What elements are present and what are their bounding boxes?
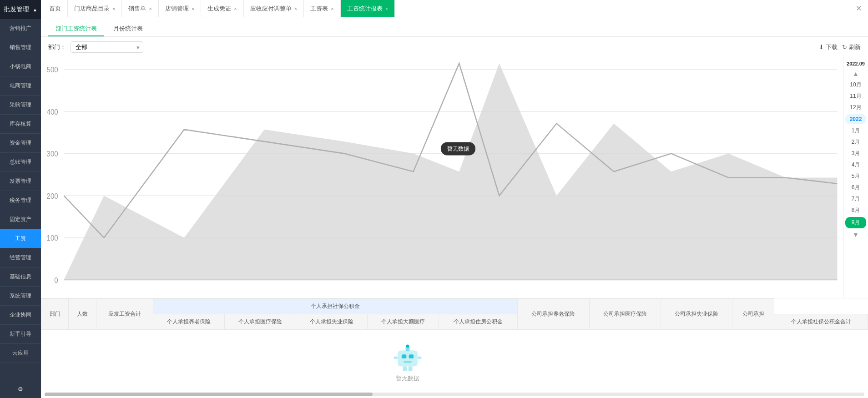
dept-select-wrapper: 全部 xyxy=(71,41,143,53)
toolbar-right: ⬇ 下载 ↻ 刷新 xyxy=(819,43,861,51)
sidebar-item-资金管理[interactable]: 资金管理 xyxy=(0,134,41,153)
sidebar-item-基础信息[interactable]: 基础信息 xyxy=(0,267,41,287)
sidebar-item-系统管理[interactable]: 系统管理 xyxy=(0,287,41,306)
timeline-item-6月[interactable]: 6月 xyxy=(843,182,868,193)
tab-label-7: 工资统计报表 xyxy=(347,5,383,13)
svg-text:500: 500 xyxy=(47,66,58,74)
scrollbar-thumb xyxy=(45,393,373,396)
timeline-item-3月[interactable]: 3月 xyxy=(843,148,868,159)
sidebar-item-电商管理[interactable]: 电商管理 xyxy=(0,76,41,96)
sidebar-item-新手引导[interactable]: 新手引导 xyxy=(0,325,41,344)
th-personal-unemployment: 个人承担失业保险 xyxy=(296,314,367,330)
sidebar-item-销售管理[interactable]: 销售管理 xyxy=(0,38,41,57)
th-personal-large-medical: 个人承担大额医疗 xyxy=(368,314,439,330)
timeline-item-7月[interactable]: 7月 xyxy=(843,193,868,205)
horizontal-scrollbar[interactable] xyxy=(45,393,864,396)
sidebar-item-总账管理[interactable]: 总账管理 xyxy=(0,153,41,172)
timeline-up-arrow[interactable]: ▲ xyxy=(851,68,861,79)
sidebar-item-经营管理[interactable]: 经营管理 xyxy=(0,248,41,267)
sidebar-item-营销推广[interactable]: 营销推广 xyxy=(0,19,41,38)
timeline-item-11月[interactable]: 11月 xyxy=(843,91,868,102)
svg-rect-16 xyxy=(404,361,412,363)
empty-state: 暂无数据 xyxy=(46,333,769,391)
tab-label-6: 工资表 xyxy=(310,5,328,13)
tab-label-3: 店铺管理 xyxy=(165,5,189,13)
empty-robot-icon xyxy=(392,343,424,374)
tab-5[interactable]: 应收应付调整单× xyxy=(244,0,304,17)
sub-tab-0[interactable]: 部门工资统计表 xyxy=(48,22,104,36)
timeline-item-2月[interactable]: 2月 xyxy=(843,136,868,148)
tab-close-5[interactable]: × xyxy=(294,6,297,11)
svg-text:0: 0 xyxy=(54,277,58,284)
tab-3[interactable]: 店铺管理× xyxy=(159,0,201,17)
th-company-medical: 公司承担医疗保险 xyxy=(589,299,661,330)
timeline-item-10月[interactable]: 10月 xyxy=(843,79,868,91)
svg-rect-14 xyxy=(402,354,407,358)
download-label: 下载 xyxy=(826,43,838,51)
tab-close-7[interactable]: × xyxy=(385,6,388,11)
refresh-label: 刷新 xyxy=(849,43,861,51)
sidebar-item-固定资产[interactable]: 固定资产 xyxy=(0,210,41,229)
chart-area-polygon xyxy=(64,63,837,280)
close-all-tabs-button[interactable]: ✕ xyxy=(851,4,866,13)
tab-label-4: 生成凭证 xyxy=(207,5,231,13)
tab-close-6[interactable]: × xyxy=(331,6,333,11)
sidebar-item-小畅电商[interactable]: 小畅电商 xyxy=(0,57,41,76)
toolbar: 部门： 全部 ⬇ 下载 ↻ 刷新 xyxy=(41,37,868,57)
svg-rect-22 xyxy=(409,367,413,372)
sidebar-item-工资[interactable]: 工资 xyxy=(0,229,41,248)
tab-close-2[interactable]: × xyxy=(149,6,151,11)
sidebar-item-采购管理[interactable]: 采购管理 xyxy=(0,96,41,115)
timeline-item-8月[interactable]: 8月 xyxy=(843,205,868,216)
tab-6[interactable]: 工资表× xyxy=(304,0,340,17)
timeline-item-1月[interactable]: 1月 xyxy=(843,125,868,136)
sidebar-footer-settings[interactable]: ⚙ xyxy=(0,380,41,398)
tab-7[interactable]: 工资统计报表× xyxy=(341,0,395,17)
sidebar: 批发管理 ▲ 营销推广销售管理小畅电商电商管理采购管理库存核算资金管理总账管理发… xyxy=(0,0,41,398)
refresh-button[interactable]: ↻ 刷新 xyxy=(842,43,861,51)
chart-main: 500 400 300 200 100 0 xyxy=(41,57,843,298)
sidebar-item-税务管理[interactable]: 税务管理 xyxy=(0,191,41,210)
th-personal-social-total: 个人承担社保公积金合计 xyxy=(774,314,868,330)
main-area: 首页门店商品目录×销售单×店铺管理×生成凭证×应收应付调整单×工资表×工资统计报… xyxy=(41,0,868,398)
tab-1[interactable]: 门店商品目录× xyxy=(68,0,122,17)
th-personal-housing-fund: 个人承担住房公积金 xyxy=(439,314,518,330)
tabs-bar: 首页门店商品目录×销售单×店铺管理×生成凭证×应收应付调整单×工资表×工资统计报… xyxy=(41,0,868,17)
chart-area: 500 400 300 200 100 0 xyxy=(41,57,868,298)
timeline-item-9月[interactable]: 9月 xyxy=(845,217,866,228)
timeline-sidebar: 2022.09 ▲ 10月11月12月20221月2月3月4月5月6月7月8月9… xyxy=(843,57,868,298)
sidebar-item-云应用[interactable]: 云应用 xyxy=(0,344,41,363)
th-company-unemployment: 公司承担失业保险 xyxy=(661,299,732,330)
tab-label-2: 销售单 xyxy=(128,5,146,13)
svg-text:200: 200 xyxy=(47,192,58,200)
tab-label-1: 门店商品目录 xyxy=(74,5,110,13)
timeline-item-2022[interactable]: 2022 xyxy=(845,114,866,124)
timeline-item-4月[interactable]: 4月 xyxy=(843,159,868,171)
sidebar-item-发票管理[interactable]: 发票管理 xyxy=(0,172,41,191)
sidebar-item-企业协同[interactable]: 企业协同 xyxy=(0,306,41,325)
sub-tabs: 部门工资统计表月份统计表 xyxy=(41,17,868,37)
no-data-tooltip: 暂无数据 xyxy=(441,142,475,156)
sidebar-header[interactable]: 批发管理 ▲ xyxy=(0,0,41,19)
timeline-item-12月[interactable]: 12月 xyxy=(843,102,868,113)
tab-0[interactable]: 首页 xyxy=(43,0,68,17)
tab-2[interactable]: 销售单× xyxy=(122,0,158,17)
tab-label-0: 首页 xyxy=(49,5,61,13)
th-company-pension: 公司承担养老保险 xyxy=(518,299,589,330)
refresh-icon: ↻ xyxy=(842,44,847,50)
timeline-down-arrow[interactable]: ▼ xyxy=(851,229,861,240)
svg-rect-18 xyxy=(418,357,422,359)
sidebar-item-库存核算[interactable]: 库存核算 xyxy=(0,115,41,134)
download-icon: ⬇ xyxy=(819,44,824,50)
sub-tab-1[interactable]: 月份统计表 xyxy=(106,22,150,36)
timeline-item-5月[interactable]: 5月 xyxy=(843,171,868,182)
tab-close-1[interactable]: × xyxy=(112,6,115,11)
th-dept: 部门 xyxy=(41,299,69,330)
download-button[interactable]: ⬇ 下载 xyxy=(819,43,838,51)
dept-select[interactable]: 全部 xyxy=(71,41,143,53)
tab-close-3[interactable]: × xyxy=(192,6,194,11)
tab-close-4[interactable]: × xyxy=(234,6,237,11)
svg-rect-21 xyxy=(403,367,407,372)
tab-4[interactable]: 生成凭证× xyxy=(201,0,243,17)
table-wrapper[interactable]: 部门 人数 应发工资合计 个人承担社保公积金 公司承担养老保险 公司承担医疗保险… xyxy=(41,298,868,391)
